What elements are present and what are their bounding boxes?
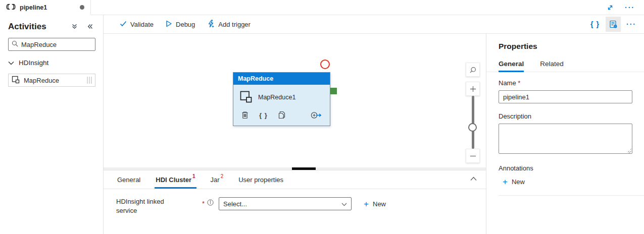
add-output-icon[interactable] (309, 109, 324, 121)
code-view-icon[interactable]: { } (587, 17, 603, 32)
annotations-label: Annotations (499, 164, 632, 172)
tab-properties-general[interactable]: General (499, 60, 524, 72)
scrollbar-thumb[interactable] (292, 167, 316, 170)
required-count-badge: 1 (192, 173, 195, 179)
delete-activity-icon[interactable] (239, 109, 251, 121)
unsaved-changes-dot (80, 5, 84, 10)
palette-item-mapreduce[interactable]: MapReduce (8, 74, 95, 87)
activity-config-panel: General HDI Cluster1 Jar2 User propertie… (104, 170, 486, 234)
tab-hdi-cluster[interactable]: HDI Cluster1 (155, 170, 196, 189)
tab-properties-related[interactable]: Related (540, 60, 564, 72)
settings-document-icon[interactable] (606, 17, 621, 32)
validate-button[interactable]: Validate (115, 18, 159, 31)
zoom-in-button[interactable] (466, 82, 480, 96)
description-textarea[interactable] (499, 124, 632, 154)
checkmark-icon (120, 21, 127, 28)
name-label: Name * (499, 79, 632, 87)
properties-panel: Properties General Related Name * Descri… (486, 34, 644, 234)
plus-icon: + (503, 178, 508, 186)
chevron-down-icon (8, 59, 14, 67)
tab-general[interactable]: General (116, 170, 141, 189)
debug-button[interactable]: Debug (161, 18, 200, 31)
adf-pipeline-editor: pipeline1 ··· Activities (0, 0, 644, 234)
pipeline-canvas[interactable]: MapReduce MapReduce1 (104, 34, 486, 170)
node-name-label: MapReduce1 (258, 94, 295, 101)
drag-handle[interactable] (87, 77, 92, 84)
node-header[interactable]: MapReduce (233, 73, 330, 85)
canvas-zoom-controls (466, 63, 480, 163)
activities-title: Activities (8, 22, 46, 32)
zoom-slider-thumb[interactable] (468, 123, 477, 132)
tab-title: pipeline1 (20, 4, 47, 11)
group-label: HDInsight (19, 59, 48, 67)
chevron-down-icon (341, 200, 347, 208)
properties-tabs: General Related (486, 51, 644, 72)
config-tabs: General HDI Cluster1 Jar2 User propertie… (104, 170, 486, 189)
node-code-icon[interactable]: { } (257, 109, 270, 121)
palette-item-label: MapReduce (24, 77, 59, 84)
collapse-all-icon[interactable] (69, 21, 80, 32)
document-tabbar: pipeline1 ··· (0, 0, 644, 15)
tab-more-icon[interactable]: ··· (623, 2, 637, 13)
tree-group-hdinsight[interactable]: HDInsight (8, 59, 95, 67)
properties-title: Properties (486, 34, 644, 51)
lightning-plus-icon (207, 20, 215, 29)
mapreduce-node-icon (239, 90, 253, 105)
collapse-panel-icon[interactable] (85, 21, 95, 32)
search-icon (12, 40, 18, 48)
pipeline-name-input[interactable] (499, 90, 632, 103)
collapse-config-icon[interactable] (468, 174, 479, 183)
add-trigger-button[interactable]: Add trigger (202, 17, 256, 32)
tab-pipeline1[interactable]: pipeline1 (0, 0, 91, 15)
required-asterisk: * (518, 79, 520, 87)
pipeline-toolbar: Validate Debug (104, 15, 644, 34)
mapreduce-icon (12, 76, 20, 85)
activities-search[interactable] (8, 38, 95, 51)
required-asterisk: * (202, 200, 205, 207)
activities-panel: Activities (0, 15, 104, 234)
zoom-slider[interactable] (466, 96, 480, 149)
properties-divider (499, 195, 644, 196)
linked-service-select[interactable]: Select... (219, 197, 352, 210)
zoom-slider-track[interactable] (472, 96, 474, 149)
toolbar-more-icon[interactable]: ··· (624, 17, 639, 32)
plus-icon: + (364, 200, 369, 208)
required-count-badge: 2 (221, 173, 224, 179)
play-icon (166, 20, 172, 29)
output-connector[interactable] (330, 88, 337, 94)
new-linked-service-button[interactable]: + New (361, 198, 389, 210)
tab-user-properties[interactable]: User properties (237, 170, 284, 189)
description-label: Description (499, 112, 632, 120)
expand-window-icon[interactable] (605, 2, 616, 13)
info-icon (207, 199, 214, 207)
node-type-label: MapReduce (238, 75, 273, 82)
tab-jar[interactable]: Jar2 (210, 170, 225, 189)
search-input[interactable] (21, 41, 87, 48)
clone-activity-icon[interactable] (276, 109, 288, 121)
linked-service-label: HDInsight linked service (116, 197, 182, 215)
zoom-out-button[interactable] (466, 149, 480, 163)
zoom-to-fit-icon[interactable] (466, 63, 480, 77)
new-annotation-button[interactable]: + New (500, 176, 528, 188)
canvas-horizontal-scrollbar[interactable] (104, 167, 486, 170)
validation-error-ring (320, 60, 330, 69)
activity-node-mapreduce1[interactable]: MapReduce MapReduce1 (233, 72, 330, 126)
pipeline-icon (6, 4, 16, 12)
